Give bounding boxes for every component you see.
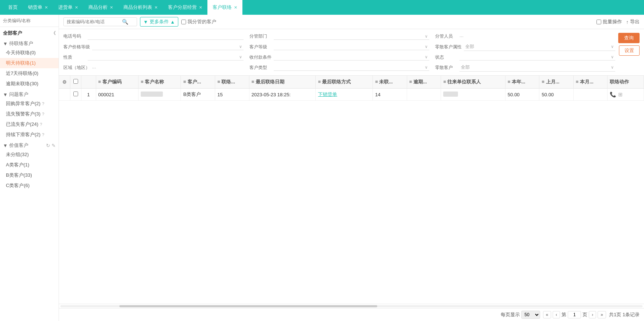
td-check [70, 89, 81, 101]
qr-action-icon[interactable]: ⊞ [618, 92, 623, 97]
gear-icon[interactable]: ⚙ [62, 79, 67, 85]
sidebar-search-input[interactable] [3, 18, 58, 23]
nav-product-analysis-list[interactable]: 商品分析列表 ✕ [118, 0, 163, 15]
chevron-down-icon: ∨ [611, 65, 614, 70]
retail-attr-filter-select[interactable]: 全部 ∨ [464, 43, 615, 51]
filter-row-3: 性质 ∨ 收付款条件 ∨ [63, 54, 615, 61]
td-customer-name [138, 89, 181, 101]
customer-level-filter-select[interactable]: ∨ [274, 44, 430, 50]
sidebar-item-a-class[interactable]: A类客户(1) [0, 160, 59, 170]
chevron-down-icon: ∨ [611, 44, 614, 49]
filter-dept: 分管部门 ∨ [249, 33, 430, 40]
edit-icon[interactable]: ✎ [52, 143, 56, 148]
sidebar-item-churned[interactable]: 已流失客户(24) ? [0, 119, 59, 130]
export-icon: ↑ [626, 19, 629, 25]
th-unit-contact: ≡ 往来单位联系人 [441, 76, 505, 89]
batch-operation-button[interactable]: 批量操作 [596, 18, 622, 25]
sidebar-item-overdue[interactable]: 逾期未联络(30) [0, 79, 59, 89]
close-icon[interactable]: ✕ [110, 5, 113, 10]
nav-purchase-order[interactable]: 进货单 ✕ [53, 0, 83, 15]
td-contact-count: 15 [215, 89, 249, 101]
export-button[interactable]: ↑ 导出 [626, 18, 640, 25]
sidebar-item-repurchase-abnormal[interactable]: 回购异常客户(2) ? [0, 99, 59, 109]
search-icon[interactable]: 🔍 [122, 19, 128, 25]
batch-checkbox[interactable] [596, 20, 601, 24]
phone-action-icon[interactable]: 📞 [610, 92, 616, 97]
collapse-icon[interactable]: 《 [51, 30, 56, 37]
sidebar-search-container: 🔍 [0, 15, 59, 27]
action-icons: 📞 ⊞ [610, 92, 641, 97]
prev-page-button[interactable]: ‹ [553, 311, 560, 318]
sidebar-item-declining[interactable]: 持续下滑客户(2) ? [0, 130, 59, 140]
first-page-button[interactable]: « [543, 311, 552, 318]
close-icon[interactable]: ✕ [234, 5, 237, 10]
th-customer-name: ≡ 客户名称 [138, 76, 181, 89]
sidebar-item-churn-warning[interactable]: 流失预警客户(3) ? [0, 109, 59, 119]
search-box: 🔍 [63, 17, 137, 26]
sidebar-group-pending[interactable]: ▼ 待联络客户 [0, 38, 59, 48]
set-button[interactable]: 设置 [619, 45, 640, 56]
th-uncontacted: ≡ 未联... [373, 76, 407, 89]
sidebar: 🔍 全部客户 《 ▼ 待联络客户 今天待联络(0) 明天待联络(1) 近7天待联… [0, 15, 59, 321]
data-table: ⚙ ≡ 客户编码 ≡ 客户名称 ≡ 客户... [59, 76, 644, 101]
th-contact-count: ≡ 联络... [215, 76, 249, 89]
sidebar-item-tomorrow[interactable]: 明天待联络(1) [0, 58, 59, 68]
td-last-month: 50.00 [539, 89, 574, 101]
horizontal-scrollbar[interactable] [59, 304, 644, 308]
payment-terms-filter-select[interactable]: ∨ [274, 54, 430, 61]
close-icon[interactable]: ✕ [45, 5, 48, 10]
filter-icon: ▼ [143, 19, 148, 25]
chevron-down-icon: ∨ [425, 65, 428, 70]
person-filter-dots[interactable]: ··· [459, 34, 615, 39]
nav-home[interactable]: 首页 [3, 0, 23, 15]
dept-filter-select[interactable]: ∨ [274, 33, 430, 40]
close-icon[interactable]: ✕ [154, 5, 158, 10]
sidebar-item-today[interactable]: 今天待联络(0) [0, 48, 59, 58]
next-page-button[interactable]: › [589, 311, 596, 318]
my-customers-checkbox-label[interactable]: 我分管的客户 [181, 18, 216, 25]
more-filters-button[interactable]: ▼ 更多条件 ▲ [140, 17, 178, 27]
nav-customer-contact[interactable]: 客户联络 ✕ [207, 0, 242, 15]
td-num: 1 [81, 89, 96, 101]
filter-payment-terms: 收付款条件 ∨ [249, 54, 430, 61]
refresh-icon[interactable]: ↻ [46, 143, 50, 148]
close-icon[interactable]: ✕ [75, 5, 78, 10]
phone-filter-input[interactable] [88, 33, 244, 40]
sidebar-group-value[interactable]: ▼ 价值客户 ↻ ✎ [0, 140, 59, 149]
my-customers-checkbox[interactable] [181, 20, 186, 24]
chevron-down-icon: ∨ [425, 34, 428, 39]
sidebar-item-b-class[interactable]: B类客户(33) [0, 170, 59, 180]
nav-sales-order[interactable]: 销货单 ✕ [23, 0, 53, 15]
td-this-year: 50.00 [505, 89, 539, 101]
nature-filter-select[interactable]: ∨ [88, 54, 244, 61]
td-unit-contact [441, 89, 505, 101]
filter-row-1: 电话号码 分管部门 ∨ 分管人员 ··· [63, 33, 615, 40]
customer-type-filter-select[interactable]: ∨ [274, 64, 430, 71]
nav-product-analysis[interactable]: 商品分析 ✕ [83, 0, 118, 15]
th-gear: ⚙ [59, 76, 70, 89]
nav-customer-tier[interactable]: 客户分层经营 ✕ [163, 0, 207, 15]
scrollbar-thumb[interactable] [119, 305, 377, 307]
question-icon: ? [42, 112, 44, 116]
sidebar-item-c-class[interactable]: C类客户(6) [0, 180, 59, 191]
status-filter-select[interactable]: ∨ [459, 54, 615, 61]
price-level-filter-select[interactable]: ∨ [92, 44, 244, 50]
sidebar-item-7days[interactable]: 近7天待联络(0) [0, 68, 59, 79]
close-icon[interactable]: ✕ [199, 5, 202, 10]
retail-filter-select[interactable]: 全部 ∨ [459, 63, 615, 72]
last-page-button[interactable]: » [598, 311, 606, 318]
page-number-input[interactable] [568, 311, 581, 318]
select-all-checkbox[interactable] [73, 79, 78, 84]
sidebar-group-problem[interactable]: ▼ 问题客户 [0, 89, 59, 99]
th-overdue: ≡ 逾期... [407, 76, 441, 89]
sidebar-item-ungrouped[interactable]: 未分组(32) [0, 149, 59, 160]
search-input[interactable] [67, 19, 122, 24]
th-this-year: ≡ 本年... [505, 76, 539, 89]
page-size-select[interactable]: 50 100 200 [521, 311, 540, 319]
region-filter-dots[interactable]: ··· [92, 65, 244, 70]
sidebar-all-customers[interactable]: 全部客户 《 [0, 27, 59, 38]
query-button[interactable]: 查询 [618, 33, 640, 43]
chevron-down-icon: ∨ [611, 55, 614, 59]
row-checkbox[interactable] [73, 92, 78, 96]
th-category: ≡ 客户... [181, 76, 215, 89]
